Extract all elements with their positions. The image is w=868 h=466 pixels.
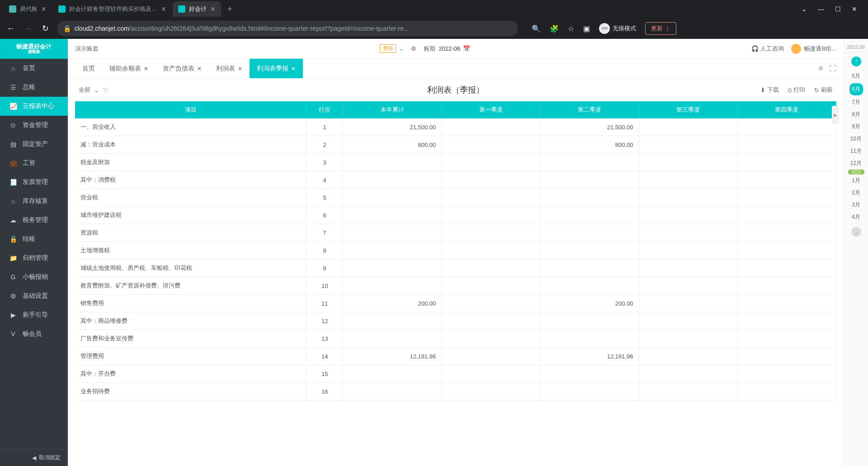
table-row[interactable]: 一、营业收入121,500.0021,500.00 <box>75 118 836 136</box>
calendar-icon[interactable]: 📅 <box>463 45 470 52</box>
table-row[interactable]: 教育费附加、矿产资源补偿费、排污费10 <box>75 277 836 295</box>
tab-close-icon[interactable]: ✕ <box>144 66 148 72</box>
sidebar-item[interactable]: ▶新手引导 <box>0 306 68 325</box>
help-icon[interactable]: ?⃝ <box>103 87 108 94</box>
period-scroll-down[interactable]: ⌄ <box>851 227 861 237</box>
url-bar[interactable]: 🔒 cloud2.chanjet.com/accounting/uh26t264… <box>57 21 518 36</box>
account-select[interactable]: 演示账套 <box>75 45 99 53</box>
period-month[interactable]: 4月 <box>852 211 860 223</box>
cell-q4 <box>737 365 836 383</box>
period-month[interactable]: 1月 <box>852 174 860 187</box>
zoom-icon[interactable]: 🔍 <box>532 24 541 33</box>
period-value[interactable]: 2022-06 <box>439 45 461 52</box>
table-row[interactable]: 销售费用11200.00200.00 <box>75 295 836 312</box>
tabs-close-all-icon[interactable]: ✕ <box>818 64 824 73</box>
report-action[interactable]: ↻刷新 <box>814 86 833 94</box>
sidebar-item[interactable]: 🧾发票管理 <box>0 173 68 192</box>
table-row[interactable]: 税金及附加3 <box>75 154 836 171</box>
sidebar-item[interactable]: ⌂首页 <box>0 59 68 78</box>
sidebar-item[interactable]: G小畅报销 <box>0 268 68 287</box>
tab-close-icon[interactable]: ✕ <box>161 5 166 13</box>
period-month[interactable]: 12月 <box>849 157 863 169</box>
report-action[interactable]: ⬇下载 <box>760 86 779 94</box>
browser-tab[interactable]: 好会计财务管理软件购买价格及…✕ <box>53 1 172 17</box>
sidebar-item[interactable]: ⚙基础设置 <box>0 287 68 306</box>
sidebar-item[interactable]: ▤固定资产 <box>0 135 68 154</box>
table-row[interactable]: 其中：消费税4 <box>75 171 836 189</box>
new-tab-button[interactable]: + <box>222 5 238 14</box>
period-month[interactable]: 7月 <box>849 96 863 108</box>
update-button[interactable]: 更新 ⋮ <box>645 22 676 35</box>
window-maximize-icon[interactable]: ☐ <box>835 5 841 13</box>
app-tab[interactable]: 资产负债表✕ <box>156 59 209 78</box>
app-tab[interactable]: 利润表✕ <box>209 59 250 78</box>
app-tab[interactable]: 首页 <box>75 59 102 78</box>
browser-tab[interactable]: 易代账✕ <box>4 1 52 17</box>
period-month[interactable]: 6月 <box>849 83 863 95</box>
customer-service-button[interactable]: 🎧 人工咨询 <box>751 45 784 53</box>
status-dropdown-icon[interactable]: ⌄ <box>399 45 404 52</box>
app-tab[interactable]: 辅助余额表✕ <box>102 59 156 78</box>
tab-close-icon[interactable]: ✕ <box>41 5 47 13</box>
period-month[interactable]: 10月 <box>849 133 863 145</box>
table-row[interactable]: 管理费用1412,191.9612,191.96 <box>75 348 836 365</box>
app-tab[interactable]: 利润表季报✕ <box>250 59 303 78</box>
sidebar-item[interactable]: ☁税务管理 <box>0 211 68 230</box>
cell-q3 <box>639 224 737 242</box>
period-month[interactable]: 11月 <box>849 145 863 157</box>
sidebar-item[interactable]: 📈云报表中心 <box>0 97 68 116</box>
app-tab-label: 利润表 <box>216 65 235 73</box>
settings-icon[interactable]: ⚙ <box>411 45 416 52</box>
table-row[interactable]: 土地增值税8 <box>75 242 836 259</box>
bookmark-icon[interactable]: ☆ <box>568 24 574 33</box>
qr-icon[interactable]: ▣ <box>583 24 590 33</box>
sidebar-item[interactable]: 💼工资 <box>0 154 68 173</box>
window-minimize-icon[interactable]: — <box>818 5 824 13</box>
period-month[interactable]: 5月 <box>849 70 863 82</box>
nav-forward-icon[interactable]: → <box>23 24 33 33</box>
table-row[interactable]: 营业税5 <box>75 189 836 207</box>
filter-select[interactable]: 全部 ⌄ ?⃝ <box>79 86 108 94</box>
table-row[interactable]: 其中：开办费15 <box>75 365 836 383</box>
logo[interactable]: 畅捷通好会计 旗舰版 <box>0 39 68 59</box>
period-month[interactable]: 3月 <box>852 199 860 211</box>
sidebar-item[interactable]: ☰总账 <box>0 78 68 97</box>
nav-reload-icon[interactable]: ↻ <box>40 24 51 33</box>
tab-favicon <box>9 5 16 13</box>
cell-q1 <box>442 189 540 207</box>
browser-tab[interactable]: 好会计✕ <box>173 1 221 17</box>
sidebar-item[interactable]: ⊙资金管理 <box>0 116 68 135</box>
user-menu[interactable]: 畅捷通B组... <box>791 44 836 54</box>
sidebar-item[interactable]: V畅会员 <box>0 325 68 344</box>
period-month[interactable]: 8月 <box>849 108 863 121</box>
extensions-icon[interactable]: 🧩 <box>550 24 559 33</box>
filter-label: 全部 <box>79 86 90 94</box>
sidebar-item[interactable]: ⌂库存核算 <box>0 192 68 211</box>
sidebar-unpin[interactable]: ◀ 取消固定 <box>0 449 68 466</box>
tab-close-icon[interactable]: ✕ <box>291 66 296 72</box>
column-scroll-right[interactable]: ▶ <box>832 106 839 124</box>
tab-close-icon[interactable]: ✕ <box>238 66 242 72</box>
table-row[interactable]: 减：营业成本2800.00800.00 <box>75 136 836 154</box>
table-row[interactable]: 城市维护建设税6 <box>75 207 836 224</box>
window-dropdown-icon[interactable]: ⌄ <box>802 5 807 13</box>
tab-close-icon[interactable]: ✕ <box>210 5 216 13</box>
table-row[interactable]: 资源税7 <box>75 224 836 242</box>
table-row[interactable]: 其中：商品维修费12 <box>75 312 836 330</box>
sidebar-item[interactable]: 📁归档管理 <box>0 249 68 268</box>
table-row[interactable]: 城镇土地使用税、房产税、车船税、印花税9 <box>75 259 836 277</box>
period-month[interactable]: 2月 <box>852 187 860 199</box>
table-row[interactable]: 广告费和业务宣传费13 <box>75 330 836 348</box>
logo-sub: 旗舰版 <box>28 50 40 54</box>
tab-title: 易代账 <box>20 5 38 13</box>
status-badge[interactable]: 禁用 <box>380 44 396 53</box>
nav-back-icon[interactable]: ← <box>5 24 16 33</box>
window-close-icon[interactable]: ✕ <box>852 5 857 13</box>
sidebar-item[interactable]: 🔒结账 <box>0 230 68 249</box>
table-row[interactable]: 业务招待费16 <box>75 383 836 400</box>
tabs-fullscreen-icon[interactable]: ⛶ <box>829 65 836 73</box>
tab-close-icon[interactable]: ✕ <box>197 66 202 72</box>
period-scroll-up[interactable]: ⌃ <box>851 56 861 66</box>
report-action[interactable]: ⎙打印 <box>788 86 805 94</box>
period-month[interactable]: 9月 <box>849 121 863 133</box>
